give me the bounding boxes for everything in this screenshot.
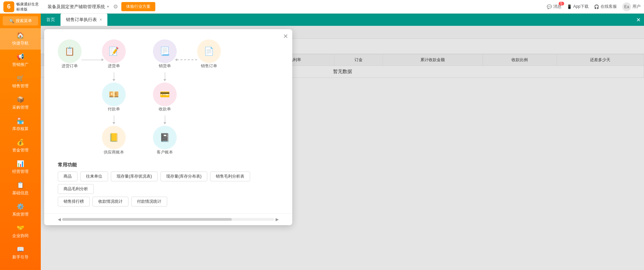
arrow-down-purchase — [102, 72, 126, 81]
purchase-order-icon: 📋 — [58, 39, 82, 63]
inventory-icon: 🏪 — [17, 117, 24, 125]
scroll-left-btn[interactable]: ◀ — [58, 217, 61, 222]
main-layout: 🔍 搜索菜单 🏠 快捷导航 📢 营销推广 🛒 销售管理 📦 采购管理 🏪 库存核… — [0, 14, 644, 270]
sidebar-item-finance[interactable]: 💰 资金管理 — [0, 135, 41, 157]
common-btn-sales-margin[interactable]: 销售毛利分析表 — [210, 172, 250, 181]
sales-bill-icon: 📃 — [153, 39, 177, 63]
modal-overlay: ✕ 📋 进货订单 — [41, 26, 644, 270]
flow-arrows-down-row — [58, 72, 279, 81]
app-download-btn[interactable]: 📱 App下载 — [567, 4, 589, 10]
common-buttons-row-1: 商品 往来单位 现存量(库存状况表) 现存量(库存分布表) 销售毛利分析表 商品… — [58, 172, 279, 194]
logo-icon: 6 — [3, 1, 14, 12]
phone-icon: 📱 — [567, 4, 572, 9]
purchase-bill-label: 进货单 — [108, 63, 120, 69]
scrollbar-thumb[interactable] — [62, 218, 232, 221]
flow-item-purchase-order[interactable]: 📋 进货订单 — [58, 39, 82, 69]
receipt-label: 收款单 — [159, 106, 171, 112]
common-buttons-row-2: 销售排行榜 收款情况统计 付款情况统计 — [58, 197, 279, 206]
dropdown-arrow-icon[interactable]: ▾ — [107, 4, 109, 9]
sidebar-search-area: 🔍 搜索菜单 — [0, 14, 41, 28]
message-badge: 5 — [559, 2, 564, 5]
enterprise-icon: 🤝 — [17, 224, 24, 232]
tab-sales-order-exec[interactable]: 销售订单执行表 × — [60, 14, 107, 26]
common-btn-sales-rank[interactable]: 销售排行榜 — [58, 197, 90, 206]
flow-row-3: 💴 付款单 💳 收款单 — [58, 83, 279, 112]
sidebar-item-newbie[interactable]: 📖 新手引导 — [0, 242, 41, 264]
sidebar-item-marketing[interactable]: 📢 营销推广 — [0, 50, 41, 71]
supplier-ledger-label: 供应商账本 — [104, 149, 124, 155]
sidebar: 🔍 搜索菜单 🏠 快捷导航 📢 营销推广 🛒 销售管理 📦 采购管理 🏪 库存核… — [0, 14, 41, 270]
flow-row-5: 📒 供应商账本 📓 客户账本 — [58, 126, 279, 155]
payment-label: 付款单 — [108, 106, 120, 112]
top-right-area: 💬 消息 5 📱 App下载 🎧 在线客服 Ea 用户 — [547, 2, 641, 11]
flow-item-sales-order[interactable]: 📄 销售订单 — [197, 39, 221, 69]
sidebar-search-btn[interactable]: 🔍 搜索菜单 — [3, 16, 38, 25]
marketing-icon: 📢 — [17, 53, 24, 60]
arrow-down-payment — [102, 115, 126, 124]
flow-item-receipt[interactable]: 💳 收款单 — [153, 83, 177, 112]
arrow-down-sales-bill — [153, 72, 177, 81]
common-btn-payment-stat[interactable]: 付款情况统计 — [131, 197, 167, 206]
common-btn-product-margin[interactable]: 商品毛利分析 — [58, 184, 94, 194]
sidebar-item-sales[interactable]: 🛒 销售管理 — [0, 71, 41, 92]
flow-item-supplier-ledger[interactable]: 📒 供应商账本 — [102, 126, 126, 155]
common-btn-receipt-stat[interactable]: 收款情况统计 — [92, 197, 128, 206]
online-service-btn[interactable]: 🎧 在线客服 — [594, 4, 617, 10]
payment-icon: 💴 — [102, 83, 126, 106]
system-title: 装备及固定资产辅助管理系统 ▾ ⚙ — [48, 3, 118, 10]
flow-item-purchase-bill[interactable]: 📝 进货单 — [102, 39, 126, 69]
sidebar-item-quick-nav[interactable]: 🏠 快捷导航 — [0, 28, 41, 50]
flow-item-customer-ledger[interactable]: 📓 客户账本 — [153, 126, 177, 155]
scroll-right-btn[interactable]: ▶ — [276, 217, 279, 222]
customer-ledger-icon: 📓 — [153, 126, 177, 149]
purchase-icon: 📦 — [17, 96, 24, 103]
flow-row-1: 📋 进货订单 📝 — [58, 39, 279, 69]
tab-close-icon[interactable]: × — [100, 17, 102, 22]
user-menu-btn[interactable]: Ea 用户 — [622, 2, 641, 11]
content-area: 首页 销售订单执行表 × ✕ ❓ 帮助 🖨 按模板打印 ▾ — [41, 14, 644, 270]
modal-close-btn[interactable]: ✕ — [283, 33, 288, 40]
sidebar-item-enterprise[interactable]: 🤝 企业协同 — [0, 221, 41, 242]
operations-icon: 📊 — [17, 160, 24, 167]
home-icon: 🏠 — [17, 32, 24, 39]
sidebar-item-operations[interactable]: 📊 经营管理 — [0, 157, 41, 178]
system-icon: ⚙️ — [17, 203, 24, 210]
message-btn[interactable]: 💬 消息 5 — [547, 4, 561, 10]
newbie-icon: 📖 — [17, 246, 24, 253]
common-functions-title: 常用功能 — [58, 162, 279, 168]
customer-ledger-label: 客户账本 — [157, 149, 173, 155]
settings-icon[interactable]: ⚙ — [113, 3, 118, 10]
logo-area: 6 畅康通好生意 标准版 — [3, 1, 44, 12]
sales-icon: 🛒 — [17, 74, 24, 82]
common-btn-partner[interactable]: 往来单位 — [80, 172, 108, 181]
modal-scrollbar: ◀ ▶ — [44, 213, 292, 225]
arrow-sales-order-to-bill — [177, 59, 197, 69]
sidebar-item-purchase[interactable]: 📦 采购管理 — [0, 92, 41, 114]
flow-section: 📋 进货订单 📝 — [44, 29, 292, 162]
supplier-ledger-icon: 📒 — [102, 126, 126, 149]
arrow-purchase-to-bill — [82, 60, 102, 69]
sales-order-label: 销售订单 — [201, 63, 217, 69]
sidebar-item-system[interactable]: ⚙️ 系统管理 — [0, 199, 41, 221]
arrow-down-receipt — [153, 115, 177, 124]
common-btn-product[interactable]: 商品 — [58, 172, 77, 181]
scrollbar-track — [62, 218, 274, 221]
experience-btn[interactable]: 体验行业方案 — [121, 2, 155, 11]
sidebar-item-inventory[interactable]: 🏪 库存核算 — [0, 114, 41, 135]
sales-order-icon: 📄 — [197, 39, 221, 63]
common-btn-stock-dist[interactable]: 现存量(库存分布表) — [160, 172, 207, 181]
sidebar-item-base-info[interactable]: 📋 基础信息 — [0, 178, 41, 199]
top-bar: 6 畅康通好生意 标准版 装备及固定资产辅助管理系统 ▾ ⚙ 体验行业方案 💬 … — [0, 0, 644, 14]
logo-text: 畅康通好生意 标准版 — [16, 2, 39, 12]
flow-item-sales-bill[interactable]: 📃 销货单 — [153, 39, 177, 69]
avatar: Ea — [622, 2, 631, 11]
sales-bill-label: 销货单 — [159, 63, 171, 69]
close-all-tabs-btn[interactable]: ✕ — [636, 17, 641, 23]
search-icon: 🔍 — [9, 19, 14, 23]
modal-box: ✕ 📋 进货订单 — [44, 29, 292, 225]
tab-home[interactable]: 首页 — [41, 14, 60, 26]
flow-item-payment[interactable]: 💴 付款单 — [102, 83, 126, 112]
common-btn-stock-status[interactable]: 现存量(库存状况表) — [111, 172, 158, 181]
headset-icon: 🎧 — [594, 4, 599, 9]
message-icon: 💬 — [547, 4, 552, 9]
